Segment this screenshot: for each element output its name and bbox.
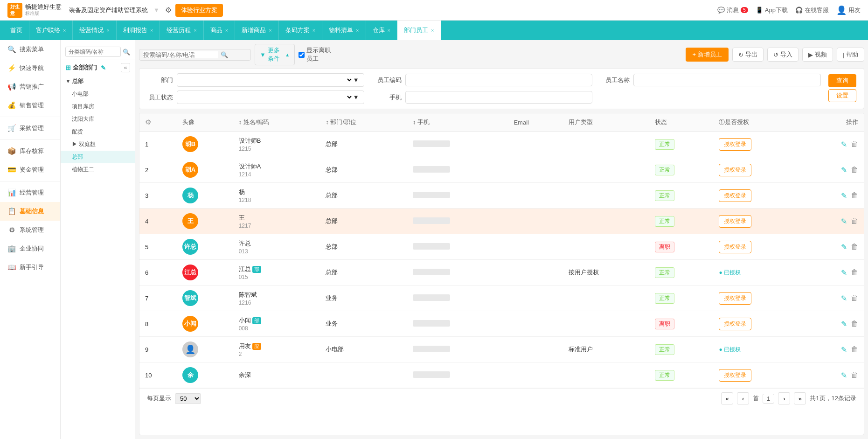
auth-button[interactable]: 授权登录: [719, 369, 751, 382]
sidebar-item-enterprise[interactable]: 🏢企业协同: [0, 239, 60, 258]
auth-button[interactable]: 授权登录: [719, 215, 751, 228]
sidebar-item-marketing[interactable]: 📢营销推广: [0, 77, 60, 96]
sidebar-item-system[interactable]: ⚙系统管理: [0, 221, 60, 239]
dept-item-shenyang-big[interactable]: 沈阳大库: [61, 113, 135, 125]
close-tab-icon[interactable]: ×: [225, 28, 228, 33]
emp-name-input[interactable]: [633, 74, 821, 86]
dept-select[interactable]: [182, 76, 353, 84]
help-button[interactable]: | 帮助: [837, 48, 864, 62]
close-tab-icon[interactable]: ×: [194, 28, 196, 33]
close-tab-icon[interactable]: ×: [63, 28, 66, 33]
nav-tab-process[interactable]: 经营历程×: [160, 21, 203, 40]
delete-icon[interactable]: 🗑: [851, 166, 858, 174]
close-tab-icon[interactable]: ×: [388, 28, 390, 33]
close-tab-icon[interactable]: ×: [431, 28, 434, 33]
nav-tab-profit[interactable]: 利润报告×: [117, 21, 160, 40]
auth-button[interactable]: 授权登录: [719, 241, 751, 253]
th-dept-position[interactable]: ↕ 部门/职位: [320, 113, 407, 132]
edit-icon[interactable]: ✎: [841, 140, 847, 149]
show-resign-label[interactable]: 显示离职员工: [299, 46, 333, 63]
close-tab-icon[interactable]: ×: [312, 28, 315, 33]
gear-icon[interactable]: ⚙: [165, 6, 172, 14]
query-button[interactable]: 查询: [828, 74, 856, 87]
sidebar-item-search[interactable]: 🔍搜索菜单: [0, 40, 60, 59]
dept-item-distribution[interactable]: 配货: [61, 125, 135, 138]
sidebar-item-purchase[interactable]: 🛒采购管理: [0, 119, 60, 138]
auth-button[interactable]: 授权登录: [719, 164, 751, 176]
close-tab-icon[interactable]: ×: [150, 28, 153, 33]
auth-button[interactable]: 授权登录: [719, 292, 751, 305]
sidebar-item-guide[interactable]: 📖新手引导: [0, 258, 60, 277]
dept-search-input[interactable]: [65, 47, 121, 57]
delete-icon[interactable]: 🗑: [851, 140, 858, 148]
search-icon[interactable]: 🔍: [221, 51, 228, 58]
dept-item-small-elec[interactable]: 小电部: [61, 88, 135, 100]
set-button[interactable]: 设置: [828, 89, 856, 102]
delete-icon[interactable]: 🗑: [851, 217, 858, 225]
last-page-btn[interactable]: »: [794, 392, 806, 404]
emp-status-select[interactable]: [182, 93, 353, 101]
auth-button[interactable]: 授权登录: [719, 318, 751, 330]
th-settings[interactable]: ⚙: [139, 113, 177, 132]
delete-icon[interactable]: 🗑: [851, 371, 858, 379]
messages-btn[interactable]: 💬 消息 5: [717, 6, 748, 14]
delete-icon[interactable]: 🗑: [851, 320, 858, 328]
delete-icon[interactable]: 🗑: [851, 345, 858, 354]
next-page-btn[interactable]: ›: [778, 392, 790, 404]
auth-button[interactable]: 授权登录: [719, 189, 751, 202]
sidebar-item-sales[interactable]: 💰销售管理: [0, 96, 60, 115]
show-resign-checkbox[interactable]: [299, 52, 305, 58]
dept-item-headquarters[interactable]: 总部: [61, 151, 135, 163]
delete-icon[interactable]: 🗑: [851, 191, 858, 200]
nav-tab-home[interactable]: 首页: [4, 21, 29, 40]
dept-search-icon[interactable]: 🔍: [123, 49, 130, 56]
close-tab-icon[interactable]: ×: [106, 28, 109, 33]
sidebar-item-operation[interactable]: 📊经营管理: [0, 183, 60, 202]
import-button[interactable]: ↺ 导入: [767, 48, 799, 62]
user-avatar[interactable]: 👤 用友: [836, 5, 861, 15]
th-name-code[interactable]: ↕ 姓名/编码: [233, 113, 320, 132]
current-page[interactable]: 1: [763, 394, 774, 404]
sidebar-item-basic[interactable]: 📋基础信息: [0, 202, 60, 221]
view-button[interactable]: ▶ 视频: [802, 48, 833, 62]
more-conditions-btn[interactable]: ▼ 更多条件 ▲: [255, 44, 295, 65]
nav-tab-barcode[interactable]: 条码方案×: [279, 21, 322, 40]
sidebar-item-inventory[interactable]: 📦库存核算: [0, 142, 60, 160]
prev-page-btn[interactable]: ‹: [737, 392, 749, 404]
th-phone[interactable]: ↕ 手机: [407, 113, 508, 132]
nav-tab-materials[interactable]: 物料清单×: [322, 21, 366, 40]
edit-icon[interactable]: ✎: [841, 320, 847, 328]
edit-icon[interactable]: ✎: [841, 217, 847, 226]
all-dept-label[interactable]: 全部部门: [73, 63, 97, 72]
edit-icon[interactable]: ✎: [841, 345, 847, 354]
close-tab-icon[interactable]: ×: [356, 28, 359, 33]
nav-tab-warehouse[interactable]: 仓库×: [366, 21, 397, 40]
close-tab-icon[interactable]: ×: [269, 28, 271, 33]
edit-icon[interactable]: ✎: [841, 166, 847, 174]
emp-status-select-wrap[interactable]: ▼: [177, 91, 364, 104]
phone-input[interactable]: [405, 91, 593, 104]
app-download-btn[interactable]: 📱 App下载: [756, 6, 788, 14]
nav-tab-customer[interactable]: 客户联络×: [29, 21, 73, 40]
nav-tab-new-goods[interactable]: 新增商品×: [235, 21, 278, 40]
auth-button[interactable]: 授权登录: [719, 138, 751, 151]
nav-tab-employees[interactable]: 部门员工×: [397, 21, 441, 40]
edit-icon[interactable]: ✎: [841, 243, 847, 251]
trial-button[interactable]: 体验行业方案: [175, 4, 223, 17]
online-service-btn[interactable]: 🎧 在线客服: [795, 6, 829, 14]
nav-tab-business[interactable]: 经营情况×: [73, 21, 116, 40]
edit-icon[interactable]: ✎: [841, 268, 847, 277]
edit-icon[interactable]: ✎: [841, 371, 847, 380]
edit-icon[interactable]: ✎: [841, 191, 847, 200]
add-employee-button[interactable]: + 新增员工: [686, 48, 728, 62]
dept-item-project-room[interactable]: 项目库房: [61, 100, 135, 113]
first-page-btn[interactable]: «: [721, 392, 733, 404]
page-size-select[interactable]: 50 100 200: [175, 393, 201, 404]
dept-item-planting[interactable]: 植物王二: [61, 163, 135, 176]
emp-code-input[interactable]: [405, 74, 593, 86]
employee-search-input[interactable]: [143, 51, 218, 58]
delete-icon[interactable]: 🗑: [851, 294, 858, 302]
dept-item-general[interactable]: ▼ 总部: [61, 75, 135, 88]
edit-icon[interactable]: ✎: [841, 294, 847, 303]
sidebar-item-finance[interactable]: 💳资金管理: [0, 160, 60, 179]
